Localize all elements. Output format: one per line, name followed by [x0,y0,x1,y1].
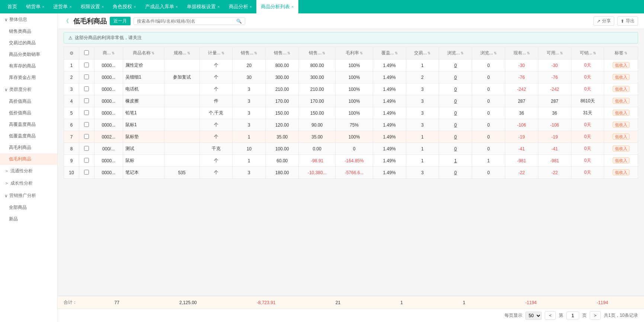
row-checkbox[interactable] [84,122,89,127]
nav-finished-goods[interactable]: 产成品入库单 × [141,0,182,13]
row-views1[interactable]: 0 [439,167,472,179]
row-views1[interactable]: 0 [439,60,472,71]
sidebar-item-high-margin[interactable]: 高毛利商品 [0,142,57,153]
sidebar-item-traded-goods[interactable]: 交易过的商品 [0,37,57,49]
col-sales-qty[interactable]: 销售...⇅ [233,47,266,60]
search-icon[interactable]: 🔍 [236,19,242,24]
col-unit[interactable]: 计量...⇅ [199,47,233,60]
select-all-checkbox[interactable] [84,50,89,55]
col-code[interactable]: 商...⇅ [94,47,123,60]
nav-close-product-analysis-list[interactable]: × [291,4,294,9]
col-gross-margin[interactable]: 毛利率⇅ [336,47,373,60]
nav-template-settings[interactable]: 单据模板设置 × [182,0,224,13]
row-checkbox[interactable] [84,63,89,67]
row-available: -19 [538,131,571,143]
col-sales-price[interactable]: 销售...⇅ [266,47,299,60]
nav-close-template-settings[interactable]: × [217,4,220,9]
sidebar-item-low-coverage[interactable]: 低覆盖度商品 [0,130,57,142]
sidebar-item-new-goods[interactable]: 新品 [0,213,57,225]
page-number-input[interactable] [566,312,579,319]
row-checkbox-cell[interactable] [79,107,94,119]
row-checkbox[interactable] [84,110,89,115]
row-views1[interactable]: 0 [439,95,472,107]
sidebar-group-overall[interactable]: ∨ 整体信息 [0,13,57,26]
col-tag[interactable]: 标签⇅ [604,47,638,60]
sidebar-item-all-goods[interactable]: 全部商品 [0,202,57,213]
nav-close-purchase-order[interactable]: × [69,4,71,9]
sidebar-item-category-rate[interactable]: 商品分类助销率 [0,49,57,60]
sidebar-group-growth[interactable]: ＞ 成长性分析 [0,177,57,189]
row-checkbox[interactable] [84,134,89,139]
nav-home[interactable]: 首页 [3,0,22,13]
row-checkbox[interactable] [84,74,89,79]
share-button[interactable]: ↗ 分享 [593,16,614,26]
date-filter-button[interactable]: 近一月 [110,17,131,25]
sidebar-group-circulation[interactable]: ＞ 流通性分析 [0,165,57,177]
row-checkbox-cell[interactable] [79,95,94,107]
export-button[interactable]: ⬆ 导出 [617,16,638,26]
sidebar-item-high-coverage[interactable]: 高覆盖度商品 [0,119,57,130]
nav-product-analysis-list[interactable]: 商品分析列表 × [256,0,298,13]
row-checkbox[interactable] [84,86,89,91]
row-checkbox[interactable] [84,98,89,103]
search-input[interactable] [137,19,235,24]
row-checkbox-cell[interactable] [79,119,94,131]
sidebar-item-high-value[interactable]: 高价值商品 [0,96,57,107]
sidebar-group-marketing[interactable]: ∨ 营销推广分析 [0,189,57,202]
row-views1[interactable]: 0 [439,131,472,143]
row-gross-margin: 100% [336,107,373,119]
row-views1[interactable]: 0 [439,71,472,83]
tag-badge: 低收入 [613,157,629,163]
nav-close-sales-order[interactable]: × [42,4,44,9]
sidebar-item-sales-goods[interactable]: 销售类商品 [0,26,57,37]
row-checkbox-cell[interactable] [79,83,94,95]
sidebar-collapse-btn[interactable]: 《 [64,18,69,25]
prev-page-button[interactable]: ＜ [545,311,556,320]
nav-sales-order[interactable]: 销货单 × [22,0,49,13]
row-checkbox-cell[interactable] [79,167,94,179]
row-views1[interactable]: 0 [439,143,472,155]
col-views2[interactable]: 浏览...⇅ [472,47,505,60]
nav-role-auth[interactable]: 角色授权 × [108,0,140,13]
row-checkbox[interactable] [84,158,89,163]
row-views1[interactable]: 0 [439,83,472,95]
row-spec [164,107,199,119]
row-checkbox-cell[interactable] [79,131,94,143]
nav-permission-settings[interactable]: 权限设置 × [76,0,108,13]
nav-close-finished-goods[interactable]: × [176,4,178,9]
sidebar-item-stock-capital[interactable]: 库存资金占用 [0,72,57,83]
row-checkbox-cell[interactable] [79,60,94,71]
row-saleable: 0天 [571,83,604,95]
col-views1[interactable]: 浏览...⇅ [439,47,472,60]
row-checkbox[interactable] [84,170,89,175]
col-saleable[interactable]: 可销...⇅ [571,47,604,60]
col-available[interactable]: 可用...⇅ [538,47,571,60]
col-name[interactable]: 商品名称⇅ [123,47,164,60]
row-views1[interactable]: 0 [439,119,472,131]
col-settings[interactable]: ⚙ [64,47,79,60]
row-checkbox-cell[interactable] [79,71,94,83]
sidebar-item-low-value[interactable]: 低价值商品 [0,107,57,119]
nav-purchase-order[interactable]: 进货单 × [49,0,76,13]
row-checkbox[interactable] [84,146,89,151]
col-sales-profit[interactable]: 销售...⇅ [299,47,336,60]
sidebar-item-in-stock[interactable]: 有库存的商品 [0,60,57,72]
nav-close-role-auth[interactable]: × [134,4,136,9]
col-checkbox-header[interactable] [79,47,94,60]
next-page-button[interactable]: ＞ [590,311,601,320]
row-views1[interactable]: 1 [439,155,472,167]
page-size-select[interactable]: 50 [525,312,542,320]
row-views1[interactable]: 0 [439,107,472,119]
row-checkbox-cell[interactable] [79,155,94,167]
col-current-stock[interactable]: 现有...⇅ [505,47,538,60]
row-saleable: 0天 [571,167,604,179]
nav-close-product-analysis[interactable]: × [250,4,252,9]
col-coverage[interactable]: 覆盖...⇅ [373,47,406,60]
nav-product-analysis[interactable]: 商品分析 × [224,0,256,13]
sidebar-group-cluster[interactable]: ∨ 类群度分析 [0,83,57,96]
col-transactions[interactable]: 交易...⇅ [406,47,439,60]
row-checkbox-cell[interactable] [79,143,94,155]
nav-close-permission-settings[interactable]: × [102,4,104,9]
col-spec[interactable]: 规格...⇅ [164,47,199,60]
sidebar-item-low-margin[interactable]: 低毛利商品 [0,153,57,165]
